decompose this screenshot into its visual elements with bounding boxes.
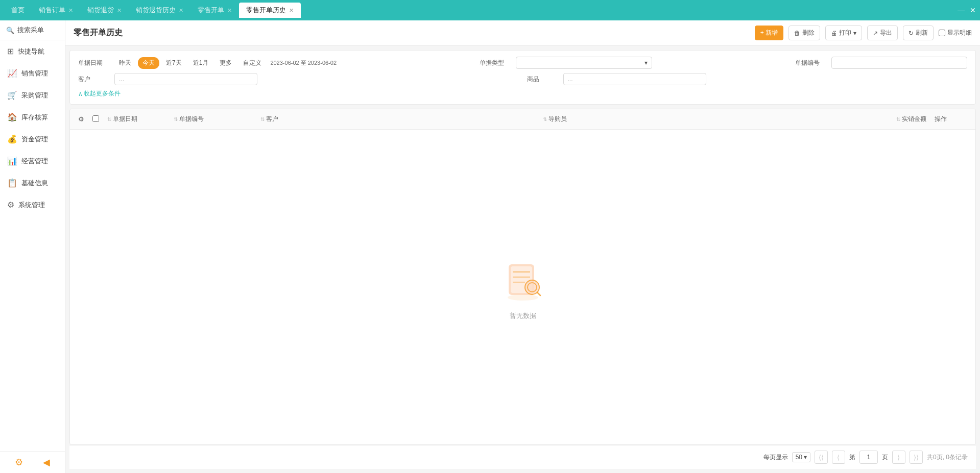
empty-text: 暂无数据 [510,311,536,320]
goods-label: 商品 [527,75,555,84]
date-btn-today[interactable]: 今天 [138,57,159,69]
date-range-display: 2023-06-02 至 2023-06-02 [270,59,337,67]
window-minimize[interactable]: — [958,6,965,14]
svg-line-8 [537,292,540,295]
table-settings-icon[interactable]: ⚙ [74,115,88,123]
tab-sales-return-history[interactable]: 销货退货历史 ✕ [129,3,190,18]
show-detail-input[interactable] [939,30,945,36]
per-page-select[interactable]: 50 ▾ [792,452,810,462]
filter-row-1: 单据日期 昨天 今天 近7天 近1月 更多 自定义 2023-06-02 至 2… [78,57,967,69]
page-next-btn[interactable]: ⟩ [892,451,905,464]
close-tab-1[interactable]: ✕ [68,7,73,14]
goods-select[interactable]: ... [563,73,706,85]
filter-row-2: 客户 ... 商品 ... [78,73,967,85]
close-tab-3[interactable]: ✕ [179,7,183,14]
th-date[interactable]: ⇅ 单据日期 [103,115,170,123]
page-title: 零售开单历史 [74,28,123,38]
delete-icon: 🗑 [794,30,800,37]
pagination-bar: 每页显示 50 ▾ ⟨⟨ ⟨ 第 页 ⟩ ⟩⟩ 共0页, 0条记录 [69,445,976,469]
per-page-arrow: ▾ [804,454,807,461]
type-select[interactable]: ▾ [516,57,652,69]
refresh-icon: ↻ [909,30,914,37]
sort-icon-guide: ⇅ [543,116,547,122]
table-wrap: ⚙ ⇅ 单据日期 ⇅ 单据编号 ⇅ 客户 ⇅ 导购员 [69,109,976,445]
search-icon: 🔍 [6,27,14,34]
table-select-all[interactable] [88,115,103,123]
sidebar-item-purchase-mgmt[interactable]: 🛒 采购管理 [0,84,65,106]
per-page-label: 每页显示 [763,453,788,462]
page-total: 共0页, 0条记录 [927,453,968,462]
top-tabbar: 首页 销售订单 ✕ 销货退货 ✕ 销货退货历史 ✕ 零售开单 ✕ 零售开单历史 … [0,0,980,20]
sort-icon-client: ⇅ [260,116,265,122]
sidebar-item-business[interactable]: 📊 经营管理 [0,150,65,172]
th-amount[interactable]: ⇅ 实销金额 [869,115,930,123]
sort-icon-amount: ⇅ [896,116,900,122]
quick-nav-icon: ⊞ [7,46,14,56]
sidebar-item-inventory[interactable]: 🏠 库存核算 [0,106,65,128]
toolbar-actions: + 新增 🗑 删除 🖨 打印 ▾ ↗ 导出 ↻ 刷新 [755,26,972,40]
sidebar-item-sales-mgmt[interactable]: 📈 销售管理 [0,62,65,84]
sort-icon-no: ⇅ [174,116,178,122]
collapse-sidebar-icon[interactable]: ◀ [43,457,50,468]
page-last-btn[interactable]: ⟩⟩ [910,451,923,464]
sales-mgmt-icon: 📈 [7,68,17,78]
inventory-icon: 🏠 [7,112,17,122]
type-label: 单据类型 [480,59,508,67]
page-label: 第 [849,453,855,462]
sidebar-item-quick-nav[interactable]: ⊞ 快捷导航 [0,40,65,62]
export-button[interactable]: ↗ 导出 [867,26,898,40]
delete-button[interactable]: 🗑 删除 [788,26,820,40]
type-select-arrow: ▾ [644,59,648,66]
sidebar-item-finance[interactable]: 💰 资金管理 [0,128,65,150]
th-action: 操作 [930,115,971,123]
finance-icon: 💰 [7,134,17,144]
business-icon: 📊 [7,156,17,166]
page-number-input[interactable] [859,451,878,464]
close-tab-2[interactable]: ✕ [117,7,122,14]
print-dropdown-icon: ▾ [853,30,856,37]
no-input[interactable] [831,57,967,69]
refresh-button[interactable]: ↻ 刷新 [903,26,934,40]
collapse-filter-btn[interactable]: ∧ 收起更多条件 [78,89,967,98]
tab-home[interactable]: 首页 [4,3,32,18]
date-btn-custom[interactable]: 自定义 [238,57,266,69]
svg-point-0 [508,294,538,301]
settings-bottom-icon[interactable]: ⚙ [15,457,23,468]
date-buttons: 昨天 今天 近7天 近1月 更多 自定义 2023-06-02 至 2023-0… [114,57,337,69]
window-close[interactable]: ✕ [970,6,976,14]
add-button[interactable]: + 新增 [755,26,783,40]
page-prev-btn[interactable]: ⟨ [832,451,845,464]
export-icon: ↗ [873,30,878,37]
show-detail-checkbox[interactable]: 显示明细 [939,29,972,37]
client-select[interactable]: ... [114,73,257,85]
basic-info-icon: 📋 [7,178,17,188]
th-guide[interactable]: ⇅ 导购员 [539,115,595,123]
sidebar-item-sys-mgmt[interactable]: ⚙ 系统管理 [0,194,65,216]
tab-sales-return[interactable]: 销货退货 ✕ [80,3,129,18]
close-tab-5[interactable]: ✕ [289,7,294,14]
filter-area: 单据日期 昨天 今天 近7天 近1月 更多 自定义 2023-06-02 至 2… [69,50,976,105]
sort-icon-date: ⇅ [107,116,111,122]
th-client[interactable]: ⇅ 客户 [256,115,539,123]
page-suffix: 页 [882,453,888,462]
select-all-checkbox[interactable] [92,115,99,122]
print-icon: 🖨 [831,30,837,37]
date-btn-yesterday[interactable]: 昨天 [114,57,136,69]
page-first-btn[interactable]: ⟨⟨ [815,451,828,464]
collapse-icon: ∧ [78,90,83,97]
print-button[interactable]: 🖨 打印 ▾ [825,26,862,40]
th-no[interactable]: ⇅ 单据编号 [170,115,256,123]
date-btn-7days[interactable]: 近7天 [161,57,186,69]
sidebar: 🔍 搜索采单 ⊞ 快捷导航 📈 销售管理 🛒 采购管理 🏠 库存核算 💰 资金管… [0,20,65,473]
tab-retail-bill[interactable]: 零售开单 ✕ [190,3,239,18]
empty-state: 暂无数据 [70,130,975,444]
date-label: 单据日期 [78,59,106,67]
date-btn-more[interactable]: 更多 [215,57,236,69]
date-btn-1month[interactable]: 近1月 [188,57,213,69]
sidebar-search[interactable]: 🔍 搜索采单 [0,20,65,40]
sidebar-item-basic-info[interactable]: 📋 基础信息 [0,172,65,194]
tab-sales-order[interactable]: 销售订单 ✕ [32,3,80,18]
tab-retail-bill-history[interactable]: 零售开单历史 ✕ [239,3,301,18]
empty-state-icon [497,254,548,305]
close-tab-4[interactable]: ✕ [227,7,232,14]
